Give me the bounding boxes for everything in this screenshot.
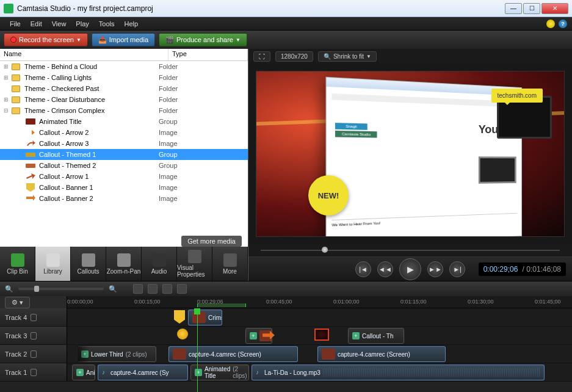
col-name[interactable]: Name [0, 49, 168, 60]
zoom-out-icon[interactable]: 🔍 [5, 285, 13, 293]
prev-clip-button[interactable]: |◄ [355, 261, 371, 277]
library-row[interactable]: Callout - Arrow 2Image [0, 127, 248, 138]
step-forward-button[interactable]: ►► [427, 261, 443, 277]
track-lane[interactable]: Crimson( [67, 308, 572, 326]
split-button[interactable] [148, 284, 157, 294]
timeline-clip[interactable]: Crimson( [188, 310, 222, 325]
folder-icon [10, 74, 22, 81]
expand-icon[interactable]: + [250, 332, 257, 339]
ruler-tick: 0:01:30;00 [468, 299, 494, 305]
col-type[interactable]: Type [168, 49, 248, 60]
tab-visual[interactable]: Visual Properties [177, 247, 212, 281]
menu-file[interactable]: File [5, 20, 26, 27]
produce-share-button[interactable]: 🎬 Produce and share ▼ [159, 33, 247, 46]
timeline-clip[interactable]: +Lower Third (2 clips) [77, 346, 156, 362]
menu-play[interactable]: Play [71, 20, 93, 27]
lock-icon[interactable] [31, 332, 37, 339]
detach-preview-button[interactable]: ⛶ [253, 51, 270, 62]
banner2-icon [24, 195, 37, 202]
track-label[interactable]: Track 1 [0, 363, 67, 381]
timeline-marker[interactable] [177, 328, 188, 339]
library-row[interactable]: Animated TitleGroup [0, 116, 248, 127]
menu-tools[interactable]: Tools [94, 20, 120, 27]
track-label[interactable]: Track 2 [0, 345, 67, 363]
banner1-icon [24, 183, 37, 192]
lock-icon[interactable] [31, 314, 37, 321]
preview-scrubber[interactable] [248, 244, 572, 256]
library-row[interactable]: ⊟Theme - Crimson ComplexFolder [0, 105, 248, 116]
visual-icon [188, 250, 201, 263]
tab-zoom[interactable]: Zoom-n-Pan [106, 247, 142, 281]
timeline-clip[interactable]: +Animated Title (2 clips) [190, 365, 249, 380]
timeline-clip[interactable]: ♪capture-4.camrec (Sy [98, 365, 188, 380]
library-row[interactable]: Theme - Checkered PastFolder [0, 83, 248, 94]
timeline-marker[interactable] [314, 328, 329, 341]
library-row[interactable]: Callout - Arrow 1Image [0, 171, 248, 182]
next-clip-button[interactable]: ►| [449, 261, 465, 277]
timeline-zoom-slider[interactable] [18, 288, 104, 290]
window-title: Camtasia Studio - my first project.campr… [17, 4, 505, 13]
paste-button[interactable] [177, 284, 187, 294]
zoom-in-icon[interactable]: 🔍 [109, 285, 117, 293]
tab-callouts[interactable]: Callouts [71, 247, 106, 281]
library-row[interactable]: ⊞Theme - Behind a CloudFolder [0, 61, 248, 72]
timeline-clip[interactable]: +Anim [72, 365, 95, 380]
playhead[interactable] [197, 308, 198, 392]
track-lane[interactable]: +Lower Third (2 clips)capture-4.camrec (… [67, 345, 572, 363]
timeline-clip[interactable]: capture-4.camrec (Screen) [317, 346, 446, 362]
ruler-tick: 0:01:15;00 [400, 299, 427, 305]
expand-icon[interactable]: + [81, 350, 89, 358]
preview-canvas[interactable]: Snagit Camtasia Studio We Want to Hear F… [248, 64, 572, 244]
library-row[interactable]: Callout - Banner 1Image [0, 182, 248, 193]
main-toolbar: Record the screen ▼ 📥 Import media 🎬 Pro… [0, 31, 572, 49]
record-screen-button[interactable]: Record the screen ▼ [4, 33, 88, 46]
menu-help[interactable]: Help [119, 20, 143, 27]
cut-button[interactable] [133, 284, 143, 294]
step-back-button[interactable]: ◄◄ [377, 261, 393, 277]
library-header: Name Type [0, 49, 248, 61]
preview-dimensions[interactable]: 1280x720 [275, 51, 313, 62]
track-lane[interactable]: +Anim♪capture-4.camrec (Sy+Animated Titl… [67, 363, 572, 381]
import-label: Import media [109, 36, 148, 43]
library-row[interactable]: ⊞Theme - Clear DisturbanceFolder [0, 94, 248, 105]
library-row[interactable]: Callout - Arrow 3Image [0, 138, 248, 149]
track-lane[interactable]: +Cri+Callout - Th [67, 327, 572, 344]
library-row[interactable]: ⊞Theme - Calling LightsFolder [0, 72, 248, 83]
library-row[interactable]: Callout - Banner 2Image [0, 193, 248, 204]
help-icon[interactable]: ? [559, 20, 567, 28]
timeline-clip[interactable]: ♪La-Ti-Da - Long.mp3 [252, 365, 545, 380]
timeline-clip[interactable]: +Callout - Th [348, 328, 404, 344]
expand-icon[interactable]: + [76, 369, 84, 376]
get-more-media-button[interactable]: Get more media [181, 236, 242, 247]
tab-clipbin[interactable]: Clip Bin [0, 247, 35, 281]
library-row[interactable]: Callout - Themed 1Group [0, 149, 248, 160]
window-close-button[interactable]: ✕ [541, 3, 568, 14]
lock-icon[interactable] [31, 350, 37, 358]
window-maximize-button[interactable]: ☐ [523, 3, 540, 14]
window-minimize-button[interactable]: — [505, 3, 522, 14]
window-titlebar: Camtasia Studio - my first project.campr… [0, 0, 572, 17]
tips-icon[interactable] [546, 20, 555, 28]
tab-audio[interactable]: Audio [142, 247, 177, 281]
menu-edit[interactable]: Edit [26, 20, 47, 27]
lock-icon[interactable] [31, 369, 37, 376]
timeline-ruler[interactable]: 0:00:00;000:00:15;000:00:29;060:00:45;00… [67, 296, 572, 308]
zoom-icon [117, 253, 131, 267]
expand-icon[interactable]: + [195, 369, 202, 376]
track-label[interactable]: Track 4 [0, 308, 67, 326]
play-button[interactable]: ▶ [399, 258, 421, 280]
track-label[interactable]: Track 3 [0, 327, 67, 344]
preview-zoom-mode[interactable]: 🔍 Shrink to fit ▼ [318, 51, 377, 62]
tab-more[interactable]: More [212, 247, 248, 281]
copy-button[interactable] [162, 284, 172, 294]
timeline-settings-button[interactable]: ⚙ ▾ [5, 297, 30, 308]
library-row[interactable]: Callout - Themed 2Group [0, 160, 248, 171]
menu-view[interactable]: View [47, 20, 71, 27]
timeline-marker[interactable] [174, 310, 185, 324]
import-media-button[interactable]: 📥 Import media [92, 33, 155, 46]
expand-icon[interactable]: + [352, 332, 360, 339]
new-callout: NEW! [308, 175, 349, 216]
record-icon [10, 37, 16, 43]
timeline-clip[interactable]: capture-4.camrec (Screen) [168, 346, 298, 362]
tab-library[interactable]: Library [35, 247, 71, 281]
